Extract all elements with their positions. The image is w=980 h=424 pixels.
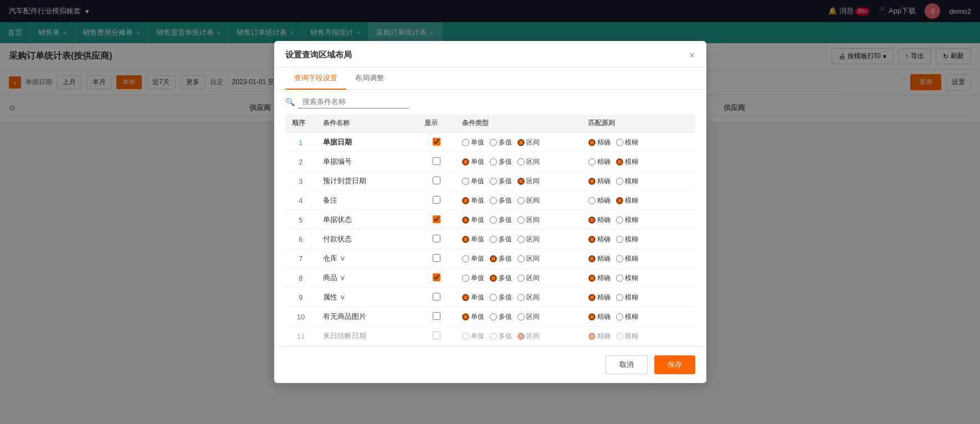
th-match: 匹配原则 (582, 114, 695, 121)
modal-tab-layout[interactable]: 布局调整 (346, 68, 393, 90)
modal-tab-fields[interactable]: 查询字段设置 (285, 68, 346, 90)
search-box: 🔍 (274, 90, 706, 114)
th-name: 条件名称 (316, 114, 417, 121)
search-icon: 🔍 (285, 97, 295, 106)
modal-dialog: 设置查询区域布局 × 查询字段设置 布局调整 🔍 顺序 条件名称 (274, 41, 706, 121)
th-order: 顺序 (285, 114, 317, 121)
modal-tabs: 查询字段设置 布局调整 (274, 68, 706, 90)
th-type: 条件类型 (455, 114, 582, 121)
modal-close-button[interactable]: × (689, 50, 695, 60)
th-show: 显示 (418, 114, 455, 121)
modal-overlay: 设置查询区域布局 × 查询字段设置 布局调整 🔍 顺序 条件名称 (0, 0, 980, 121)
modal-header: 设置查询区域布局 × (274, 41, 706, 68)
modal-title: 设置查询区域布局 (285, 50, 352, 60)
search-input[interactable] (298, 95, 409, 108)
modal-table: 顺序 条件名称 显示 条件类型 匹配原则 1单据日期单值多值区间精确模糊2单据编… (274, 114, 706, 121)
